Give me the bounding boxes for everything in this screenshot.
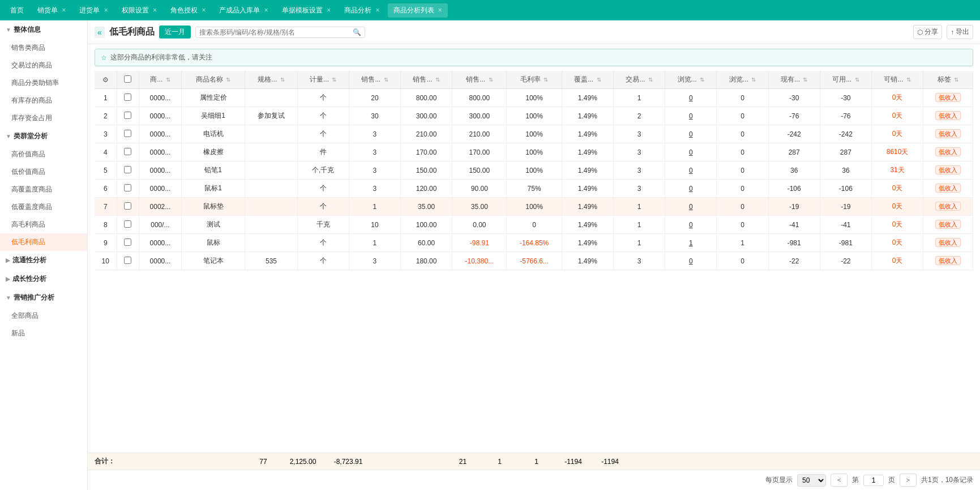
nav-goods-analysis[interactable]: 商品分析 × bbox=[339, 3, 385, 18]
sidebar-group-cluster[interactable]: ▼ 类群堂分析 bbox=[0, 127, 87, 146]
col-gross-rate[interactable]: 毛利率 ⇅ bbox=[507, 71, 562, 89]
cell-browse1[interactable]: 0 bbox=[665, 89, 717, 107]
sidebar-group-marketing[interactable]: ▼ 营销推广分析 bbox=[0, 288, 87, 307]
sidebar-item-low-value[interactable]: 低价值商品 bbox=[0, 163, 87, 181]
next-page-button[interactable]: ＞ bbox=[900, 474, 917, 487]
browse1-link[interactable]: 0 bbox=[689, 167, 693, 174]
row-checkbox[interactable] bbox=[124, 257, 131, 264]
cell-checkbox[interactable] bbox=[117, 216, 139, 234]
sidebar-item-sales-goods[interactable]: 销售类商品 bbox=[0, 39, 87, 57]
row-checkbox[interactable] bbox=[124, 93, 131, 101]
cell-checkbox[interactable] bbox=[117, 107, 139, 125]
nav-product-entry[interactable]: 产成品入库单 × bbox=[213, 3, 273, 18]
close-list-icon[interactable]: × bbox=[438, 6, 442, 14]
cell-browse1[interactable]: 0 bbox=[665, 107, 717, 125]
page-number-input[interactable] bbox=[863, 475, 884, 486]
select-all-checkbox[interactable] bbox=[124, 75, 131, 83]
col-spec[interactable]: 规格... ⇅ bbox=[245, 71, 297, 89]
row-checkbox[interactable] bbox=[124, 112, 131, 119]
cell-browse1[interactable]: 0 bbox=[665, 125, 717, 143]
nav-sales[interactable]: 销货单 × bbox=[32, 3, 71, 18]
sidebar-item-high-coverage[interactable]: 高覆盖度商品 bbox=[0, 181, 87, 198]
nav-goods-analysis-list[interactable]: 商品分析列表 × bbox=[388, 3, 448, 18]
col-sales-price[interactable]: 销售... ⇅ bbox=[400, 71, 452, 89]
col-current-stock[interactable]: 现有... ⇅ bbox=[768, 71, 820, 89]
browse1-link[interactable]: 0 bbox=[689, 203, 693, 211]
nav-permissions[interactable]: 权限设置 × bbox=[116, 3, 162, 18]
row-checkbox[interactable] bbox=[124, 238, 131, 246]
col-browse1[interactable]: 浏览... ⇅ bbox=[665, 71, 717, 89]
per-page-select[interactable]: 50 100 200 bbox=[797, 474, 826, 487]
browse1-link[interactable]: 0 bbox=[689, 94, 693, 102]
collapse-sidebar-button[interactable]: « bbox=[95, 27, 105, 38]
col-tag[interactable]: 标签 ⇅ bbox=[923, 71, 973, 89]
cell-checkbox[interactable] bbox=[117, 143, 139, 161]
row-checkbox[interactable] bbox=[124, 166, 131, 173]
cell-browse1[interactable]: 0 bbox=[665, 198, 717, 216]
col-saleable[interactable]: 可销... ⇅ bbox=[871, 71, 923, 89]
col-trade-count[interactable]: 交易... ⇅ bbox=[613, 71, 665, 89]
nav-purchase[interactable]: 进货单 × bbox=[74, 3, 113, 18]
browse1-link[interactable]: 0 bbox=[689, 148, 693, 156]
sidebar-item-new-goods[interactable]: 新品 bbox=[0, 325, 87, 342]
col-browse2[interactable]: 浏览... ⇅ bbox=[717, 71, 768, 89]
cell-browse1[interactable]: 1 bbox=[665, 234, 717, 252]
sidebar-item-traded-goods[interactable]: 交易过的商品 bbox=[0, 57, 87, 74]
cell-checkbox[interactable] bbox=[117, 89, 139, 107]
nav-home[interactable]: 首页 bbox=[5, 3, 29, 18]
cell-checkbox[interactable] bbox=[117, 234, 139, 252]
search-input[interactable] bbox=[199, 28, 353, 36]
sidebar-group-flow[interactable]: ▶ 流通性分析 bbox=[0, 251, 87, 270]
col-code[interactable]: 商... ⇅ bbox=[139, 71, 181, 89]
row-checkbox[interactable] bbox=[124, 148, 131, 155]
sidebar-item-high-margin[interactable]: 高毛利商品 bbox=[0, 216, 87, 233]
nav-role-auth[interactable]: 角色授权 × bbox=[165, 3, 211, 18]
row-checkbox[interactable] bbox=[124, 220, 131, 228]
sidebar-item-capital[interactable]: 库存资金占用 bbox=[0, 109, 87, 127]
close-role-icon[interactable]: × bbox=[202, 6, 206, 14]
browse1-link[interactable]: 0 bbox=[689, 130, 693, 138]
sidebar-item-category-rate[interactable]: 商品分类助销率 bbox=[0, 74, 87, 92]
table-container[interactable]: ⚙ 商... ⇅ 商品名称 ⇅ 规格... ⇅ 计量... ⇅ 销售... ⇅ … bbox=[88, 71, 980, 453]
sidebar-group-overall[interactable]: ▼ 整体信息 bbox=[0, 20, 87, 39]
share-button[interactable]: ⬡ 分享 bbox=[913, 25, 942, 39]
cell-checkbox[interactable] bbox=[117, 161, 139, 180]
close-template-icon[interactable]: × bbox=[327, 6, 331, 14]
row-checkbox[interactable] bbox=[124, 184, 131, 191]
browse1-link[interactable]: 0 bbox=[689, 185, 693, 193]
filter-recent-month-button[interactable]: 近一月 bbox=[159, 25, 191, 39]
close-sales-icon[interactable]: × bbox=[62, 6, 66, 14]
row-checkbox[interactable] bbox=[124, 130, 131, 137]
export-button[interactable]: ↑ 导出 bbox=[947, 25, 973, 39]
col-settings[interactable]: ⚙ bbox=[95, 71, 117, 89]
prev-page-button[interactable]: ＜ bbox=[831, 474, 848, 487]
close-product-icon[interactable]: × bbox=[264, 6, 268, 14]
sidebar-item-low-margin[interactable]: 低毛利商品 bbox=[0, 233, 87, 251]
cell-browse1[interactable]: 0 bbox=[665, 252, 717, 270]
sidebar-item-low-coverage[interactable]: 低覆盖度商品 bbox=[0, 198, 87, 216]
nav-template[interactable]: 单据模板设置 × bbox=[276, 3, 336, 18]
col-unit[interactable]: 计量... ⇅ bbox=[297, 71, 349, 89]
col-available[interactable]: 可用... ⇅ bbox=[820, 71, 871, 89]
col-sales-qty[interactable]: 销售... ⇅ bbox=[349, 71, 400, 89]
close-permissions-icon[interactable]: × bbox=[153, 6, 157, 14]
col-checkbox-header[interactable] bbox=[117, 71, 139, 89]
browse1-link[interactable]: 0 bbox=[689, 257, 693, 265]
col-name[interactable]: 商品名称 ⇅ bbox=[182, 71, 245, 89]
browse1-link[interactable]: 0 bbox=[689, 221, 693, 229]
cell-browse1[interactable]: 0 bbox=[665, 143, 717, 161]
sidebar-item-high-value[interactable]: 高价值商品 bbox=[0, 146, 87, 163]
close-analysis-icon[interactable]: × bbox=[376, 6, 380, 14]
sidebar-group-growth[interactable]: ▶ 成长性分析 bbox=[0, 270, 87, 288]
cell-checkbox[interactable] bbox=[117, 252, 139, 270]
cell-browse1[interactable]: 0 bbox=[665, 180, 717, 198]
cell-browse1[interactable]: 0 bbox=[665, 216, 717, 234]
browse1-link[interactable]: 1 bbox=[689, 239, 693, 247]
cell-browse1[interactable]: 0 bbox=[665, 161, 717, 180]
row-checkbox[interactable] bbox=[124, 202, 131, 210]
browse1-link[interactable]: 0 bbox=[689, 112, 693, 120]
col-coverage[interactable]: 覆盖... ⇅ bbox=[562, 71, 613, 89]
cell-checkbox[interactable] bbox=[117, 198, 139, 216]
sidebar-item-all-goods[interactable]: 全部商品 bbox=[0, 307, 87, 325]
col-sales-amount[interactable]: 销售... ⇅ bbox=[452, 71, 507, 89]
